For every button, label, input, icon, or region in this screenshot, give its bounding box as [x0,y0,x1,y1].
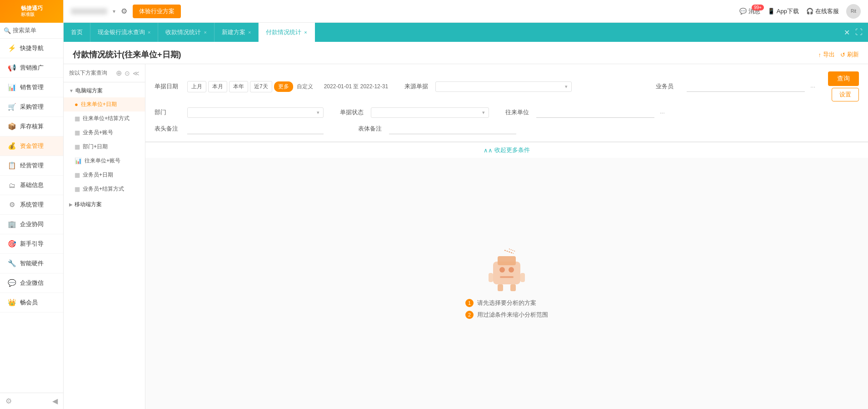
sidebar-item-member[interactable]: 👑 畅会员 [0,293,63,313]
sidebar-item-basic[interactable]: 🗂 基础信息 [0,176,63,195]
settings-button[interactable]: 设置 [832,88,859,101]
query-button[interactable]: 查询 [828,71,859,86]
sidebar-search[interactable]: 🔍 搜索菜单 [0,23,63,39]
tab-new-plan-label: 新建方案 [222,28,245,36]
svg-rect-5 [489,273,493,282]
svg-rect-6 [520,273,525,282]
online-service-btn[interactable]: 🎧 在线客服 [806,7,839,15]
export-button[interactable]: ↑ 导出 [818,50,835,59]
dept-select[interactable]: ▾ [187,107,324,118]
sidebar-bottom: ⚙ ◀ [0,393,63,409]
scheme-group-pc-arrow: ▼ [69,88,74,93]
sidebar-item-label: 采购管理 [20,103,44,111]
collapse-chevron-icon: ∧∧ [484,147,493,154]
tab-new-plan[interactable]: 新建方案 × [215,23,259,42]
sidebar-item-purchase[interactable]: 🛒 采购管理 [0,97,63,117]
tab-receipt[interactable]: 收款情况统计 × [158,23,214,42]
date-range-text: 自定义 [297,83,313,91]
sidebar-item-sales[interactable]: 📊 销售管理 [0,78,63,97]
scheme-collapse-icon[interactable]: ≪ [133,70,140,77]
staff-ellipsis[interactable]: ··· [810,83,815,90]
date-btn-last-month[interactable]: 上月 [187,81,206,92]
app-download-btn[interactable]: 📱 App下载 [768,7,799,15]
date-btn-this-year[interactable]: 本年 [229,81,248,92]
user-name [71,8,107,15]
scheme-item-staff-settle[interactable]: ▦ 业务员+结算方式 [64,182,145,196]
svg-rect-8 [510,284,516,291]
header-note-label: 表头备注 [155,125,180,133]
header-note-input[interactable] [187,123,324,134]
sidebar-item-label: 销售管理 [20,83,44,91]
tab-bank-close[interactable]: × [148,30,150,35]
sidebar-item-wechat[interactable]: 💬 企业微信 [0,273,63,293]
sidebar-item-quick-nav[interactable]: ⚡ 快捷导航 [0,39,63,58]
refresh-button[interactable]: ↺ 刷新 [840,50,859,59]
scheme-group-pc-header[interactable]: ▼ 电脑端方案 [64,84,145,97]
tab-receipt-close[interactable]: × [204,30,206,35]
sidebar-item-operation[interactable]: 📋 经营管理 [0,156,63,176]
online-service-label: 在线客服 [815,7,839,15]
source-label: 来源单据 [404,82,430,91]
date-btn-7days[interactable]: 近7天 [250,81,272,92]
notification-btn[interactable]: 💬 消息 99+ [739,7,760,15]
tab-payment[interactable]: 付款情况统计 × [259,23,314,42]
scheme-item-dept-date[interactable]: ▦ 部门+日期 [64,140,145,154]
tab-new-plan-close[interactable]: × [248,30,251,35]
tab-home[interactable]: 首页 [64,23,90,42]
date-btn-more[interactable]: 更多 [274,81,293,92]
avatar-text: Rit [851,9,856,14]
sidebar-item-system[interactable]: ⚙ 系统管理 [0,195,63,215]
sidebar-item-guide[interactable]: 🎯 新手引导 [0,234,63,254]
sidebar-item-marketing[interactable]: 📢 营销推广 [0,58,63,78]
tab-expand-icon[interactable]: ⛶ [855,28,863,36]
collapse-button[interactable]: ∧∧ 收起更多条件 [145,142,868,158]
doc-status-select[interactable]: ▾ [371,107,489,118]
scheme-settings-icon[interactable]: ⊙ [125,70,130,77]
topbar-chevron-icon[interactable]: ▾ [113,8,115,15]
body-note-input[interactable] [389,123,516,134]
staff-input[interactable] [687,81,805,92]
sidebar-item-label: 系统管理 [20,201,44,209]
scheme-add-icon[interactable]: ⊕ [116,69,122,77]
scheme-item-partner-date[interactable]: ● 往来单位+日期 [64,97,145,111]
scheme-group-mobile-header[interactable]: ▶ 移动端方案 [64,198,145,211]
trial-button[interactable]: 体验行业方案 [133,5,181,18]
date-btn-this-month[interactable]: 本月 [208,81,227,92]
sidebar-item-label: 智能硬件 [20,259,44,268]
scheme-panel: 按以下方案查询 ⊕ ⊙ ≪ ▼ 电脑端方案 ● 往来 [64,64,145,409]
tab-bank-label: 现金银行流水查询 [98,28,145,36]
scheme-item-icon-staff-account: ▦ [75,129,80,136]
tab-bank[interactable]: 现金银行流水查询 × [90,23,158,42]
scheme-header-actions: ⊕ ⊙ ≪ [116,69,140,77]
sidebar-item-enterprise[interactable]: 🏢 企业协同 [0,215,63,234]
partner-input[interactable] [536,107,654,118]
tab-payment-label: 付款情况统计 [266,28,301,36]
sidebar-item-label: 企业微信 [20,279,44,287]
scheme-group-mobile-label: 移动端方案 [75,201,102,208]
scheme-item-icon-staff-date: ▦ [75,172,80,178]
sidebar-item-hardware[interactable]: 🔧 智能硬件 [0,254,63,273]
topbar-gear-icon[interactable]: ⚙ [121,7,127,15]
sidebar-collapse-icon[interactable]: ◀ [52,397,58,405]
tab-payment-close[interactable]: × [304,30,307,35]
sidebar-item-label: 基础信息 [20,181,44,189]
scheme-item-icon-partner-account: 📊 [75,157,82,164]
scheme-item-label: 业务员+结算方式 [83,185,124,193]
doc-status-label: 单据状态 [340,108,365,116]
scheme-item-staff-account[interactable]: ▦ 业务员+账号 [64,126,145,140]
scheme-item-label: 业务员+账号 [83,129,113,136]
tab-home-label: 首页 [71,28,83,36]
source-select[interactable]: ▾ [435,81,572,92]
scheme-item-icon-partner-settle: ▦ [75,115,80,122]
scheme-item-partner-account[interactable]: 📊 往来单位+账号 [64,154,145,168]
sidebar-item-finance[interactable]: 💰 资金管理 [0,136,63,156]
tab-close-all-icon[interactable]: ✕ [844,28,850,37]
sidebar-item-inventory[interactable]: 📦 库存核算 [0,117,63,136]
sidebar-item-label: 畅会员 [20,298,38,307]
refresh-icon: ↺ [840,51,845,58]
scheme-item-partner-settle[interactable]: ▦ 往来单位+结算方式 [64,111,145,126]
partner-ellipsis[interactable]: ··· [660,109,665,116]
sidebar-settings-icon[interactable]: ⚙ [5,397,12,405]
user-avatar[interactable]: Rit [846,4,861,19]
scheme-item-staff-date[interactable]: ▦ 业务员+日期 [64,168,145,182]
